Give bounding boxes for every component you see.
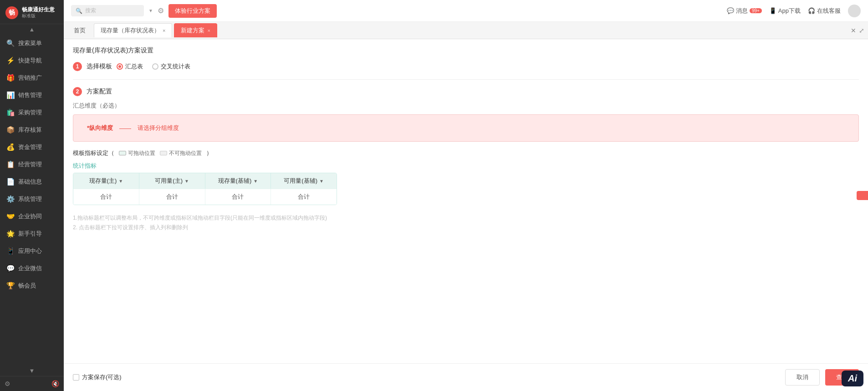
- dimension-placeholder[interactable]: 请选择分组维度: [138, 124, 179, 132]
- sidebar-item-membership[interactable]: 🏆 畅会员: [0, 277, 64, 294]
- non-draggable-label: 不可拖动位置: [169, 149, 202, 157]
- system-icon: ⚙️: [6, 195, 15, 203]
- sidebar-item-marketing[interactable]: 🎁 营销推广: [0, 69, 64, 87]
- search-icon: 🔍: [76, 8, 82, 14]
- tab-expand-icon[interactable]: ⤢: [859, 27, 864, 34]
- sidebar-item-newbie[interactable]: 🌟 新手引导: [0, 225, 64, 242]
- tips-section: 1.拖动标题栏可以调整布局，不可跨维度或指标区域拖动栏目字段(只能在同一维度或指…: [73, 214, 859, 232]
- header-cell-3[interactable]: 现存量(基辅) ▼: [205, 173, 271, 189]
- body-cell-3: 合计: [205, 189, 271, 205]
- bottom-bar: 方案保存(可选) 取消 查询: [64, 363, 868, 391]
- radio-cross-dot: [152, 63, 158, 70]
- newbie-icon: 🌟: [6, 230, 15, 238]
- user-avatar[interactable]: [848, 5, 861, 17]
- cooperation-icon: 🤝: [6, 212, 15, 221]
- tip1: 1.拖动标题栏可以调整布局，不可跨维度或指标区域拖动栏目字段(只能在同一维度或指…: [73, 214, 859, 222]
- sidebar-item-system[interactable]: ⚙️ 系统管理: [0, 190, 64, 208]
- sidebar-item-purchase[interactable]: 🛍️ 采购管理: [0, 104, 64, 121]
- header-cell-3-label: 现存量(基辅): [218, 177, 252, 185]
- settings-icon[interactable]: ⚙: [5, 380, 10, 387]
- sidebar-item-wechat[interactable]: 💬 企业微信: [0, 260, 64, 277]
- header-cell-1-dropdown[interactable]: ▼: [118, 179, 123, 184]
- dimension-required: *纵向维度: [87, 124, 113, 132]
- step1-badge: 1: [73, 62, 82, 71]
- sidebar-item-basic-label: 基础信息: [18, 178, 42, 186]
- header-cell-1[interactable]: 现存量(主) ▼: [73, 173, 139, 189]
- quick-nav-icon: ⚡: [6, 57, 15, 65]
- body-cell-2: 合计: [139, 189, 205, 205]
- radio-cross-label: 交叉统计表: [161, 62, 190, 71]
- phone-icon: 📱: [769, 7, 776, 14]
- header-cell-3-dropdown[interactable]: ▼: [253, 179, 258, 184]
- template-radio-group: 汇总表 交叉统计表: [117, 62, 190, 71]
- right-edge-panel[interactable]: 功能: [857, 191, 868, 200]
- indicator-label: 模板指标设定（ 可拖动位置 不可拖动位置 ）: [73, 149, 859, 157]
- save-checkbox[interactable]: 方案保存(可选): [73, 373, 122, 381]
- ai-badge[interactable]: Ai: [842, 370, 863, 386]
- sidebar-item-inventory-label: 库存核算: [18, 126, 42, 134]
- sidebar-item-app-center[interactable]: 📱 应用中心: [0, 242, 64, 260]
- non-draggable-indicator: 不可拖动位置: [160, 149, 202, 157]
- dimension-box: *纵向维度 —— 请选择分组维度: [73, 114, 859, 142]
- sidebar-item-wechat-label: 企业微信: [18, 264, 42, 273]
- checkbox-box: [73, 374, 79, 381]
- speaker-icon[interactable]: 🔇: [51, 380, 59, 387]
- header-cell-4-dropdown[interactable]: ▼: [319, 179, 324, 184]
- tab-new-plan[interactable]: 新建方案 ×: [174, 23, 217, 37]
- tabs-bar: 首页 现存量（库存状况表） × 新建方案 × ✕ ⤢: [64, 22, 868, 39]
- cancel-button[interactable]: 取消: [785, 369, 820, 386]
- tab-new-plan-close[interactable]: ×: [207, 28, 210, 33]
- radio-summary[interactable]: 汇总表: [117, 62, 143, 71]
- sidebar-scroll-up[interactable]: ▲: [0, 24, 64, 35]
- save-checkbox-label: 方案保存(可选): [82, 373, 122, 381]
- main-area: 🔍 搜索 ▼ ⚙ 体验行业方案 💬 消息 99+ 📱 App下载 🎧 在线客服: [64, 0, 868, 391]
- app-download-label: App下载: [778, 7, 801, 15]
- radio-summary-label: 汇总表: [125, 62, 143, 71]
- sidebar-item-cooperation[interactable]: 🤝 企业协同: [0, 208, 64, 225]
- marketing-icon: 🎁: [6, 74, 15, 82]
- body-cell-4: 合计: [271, 189, 337, 205]
- radio-cross[interactable]: 交叉统计表: [152, 62, 190, 71]
- membership-icon: 🏆: [6, 282, 15, 290]
- topbar-gear-icon[interactable]: ⚙: [158, 6, 164, 15]
- sidebar-item-quick-nav[interactable]: ⚡ 快捷导航: [0, 52, 64, 69]
- header-cell-2-dropdown[interactable]: ▼: [184, 179, 189, 184]
- sidebar-item-finance[interactable]: 💰 资金管理: [0, 139, 64, 156]
- sidebar-item-membership-label: 畅会员: [18, 282, 36, 290]
- app-name: 畅康通好生意: [22, 6, 55, 13]
- radio-summary-dot: [117, 63, 123, 70]
- topbar-search-box[interactable]: 🔍 搜索: [71, 5, 144, 16]
- tab-inventory-close[interactable]: ×: [163, 28, 165, 33]
- sidebar-item-basic[interactable]: 📄 基础信息: [0, 173, 64, 190]
- sidebar-scroll-down[interactable]: ▼: [0, 365, 64, 376]
- sales-icon: 📊: [6, 91, 15, 99]
- tab-controls: ✕ ⤢: [851, 27, 864, 34]
- sidebar-item-operations-label: 经营管理: [18, 160, 42, 169]
- header-cell-4-label: 可用量(基辅): [284, 177, 317, 185]
- sidebar-item-operations[interactable]: 📋 经营管理: [0, 156, 64, 173]
- trial-button[interactable]: 体验行业方案: [168, 4, 217, 18]
- tab-home[interactable]: 首页: [67, 24, 92, 37]
- topbar-dropdown-icon[interactable]: ▼: [148, 8, 153, 13]
- header-cell-2[interactable]: 可用量(主) ▼: [139, 173, 205, 189]
- tab-inventory[interactable]: 现存量（库存状况表） ×: [94, 23, 172, 37]
- dimension-dash: ——: [119, 125, 131, 132]
- header-cell-4[interactable]: 可用量(基辅) ▼: [271, 173, 337, 189]
- sidebar-item-inventory[interactable]: 📦 库存核算: [0, 121, 64, 139]
- header-cell-1-label: 现存量(主): [89, 177, 117, 185]
- sidebar-item-sales[interactable]: 📊 销售管理: [0, 87, 64, 104]
- tab-new-plan-label: 新建方案: [181, 26, 204, 35]
- topbar-app-download[interactable]: 📱 App下载: [769, 7, 801, 15]
- topbar-messages[interactable]: 💬 消息 99+: [727, 7, 762, 15]
- stats-table: 现存量(主) ▼ 可用量(主) ▼ 现存量(基辅) ▼: [73, 173, 337, 205]
- tip2: 2. 点击标题栏下拉可设置排序、插入列和删除列: [73, 224, 859, 232]
- search-icon: 🔍: [6, 39, 15, 47]
- tab-inventory-label: 现存量（库存状况表）: [101, 26, 160, 35]
- topbar-customer-service[interactable]: 🎧 在线客服: [808, 7, 841, 15]
- tab-close-icon[interactable]: ✕: [851, 27, 856, 34]
- sidebar-item-marketing-label: 营销推广: [18, 74, 42, 82]
- drag-handle-icon: [119, 151, 126, 155]
- sidebar-item-search[interactable]: 🔍 搜索菜单: [0, 35, 64, 52]
- app-edition: 标准版: [22, 13, 55, 19]
- dimension-section-label: 汇总维度（必选）: [73, 102, 859, 110]
